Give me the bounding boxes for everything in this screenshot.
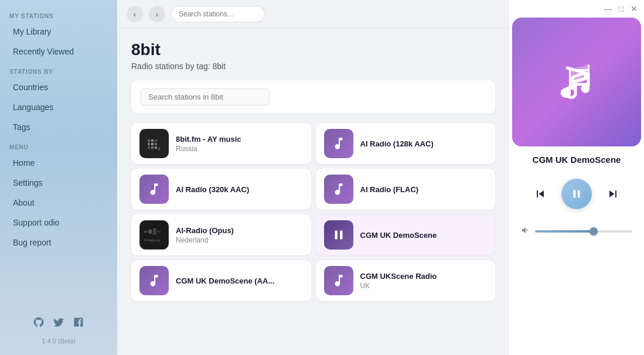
station-card-6[interactable]: CGM UK DemoScene (AA...	[131, 260, 311, 301]
sidebar-item-home[interactable]: Home	[4, 153, 114, 172]
player-station-name: CGM UK DemoScene	[523, 155, 631, 165]
volume-fill	[535, 230, 594, 233]
sidebar-item-my-library[interactable]: My Library	[4, 22, 114, 41]
sidebar: MY STATIONS My Library Recently Viewed S…	[0, 0, 117, 355]
version-label: 1.4.0 (Beta)	[0, 333, 117, 349]
svg-rect-20	[588, 64, 590, 87]
svg-rect-4	[148, 143, 150, 145]
sidebar-item-countries[interactable]: Countries	[4, 78, 114, 97]
player-music-note-icon	[553, 59, 600, 105]
station-card-4[interactable]: AI-Radio.org AI-Radio (Opus) Nederland	[131, 214, 311, 255]
my-stations-section-label: MY STATIONS	[0, 6, 117, 22]
station-info-6: CGM UK DemoScene (AA...	[176, 277, 303, 285]
station-card-3[interactable]: AI Radio (FLAC)	[316, 169, 496, 210]
svg-rect-12	[144, 230, 148, 233]
station-name-6: CGM UK DemoScene (AA...	[176, 277, 303, 285]
station-name-4: AI-Radio (Opus)	[176, 226, 303, 235]
svg-rect-1	[148, 139, 150, 142]
sidebar-item-settings[interactable]: Settings	[4, 173, 114, 192]
svg-rect-2	[151, 139, 154, 142]
minimize-button[interactable]: —	[604, 5, 612, 13]
station-sub-4: Nederland	[176, 236, 303, 244]
sidebar-item-tags[interactable]: Tags	[4, 118, 114, 136]
main-content: ‹ › 8bit Radio stations by tag: 8bit	[117, 0, 509, 355]
station-search-input[interactable]	[141, 88, 270, 105]
page-subtitle: Radio stations by tag: 8bit	[131, 62, 495, 71]
svg-rect-14	[153, 228, 156, 235]
page-title: 8bit	[131, 40, 495, 59]
next-button[interactable]	[606, 187, 620, 201]
svg-rect-3	[155, 139, 157, 142]
sidebar-item-about[interactable]: About	[4, 193, 114, 212]
volume-thumb[interactable]	[590, 227, 598, 235]
station-icon-6	[139, 266, 169, 295]
station-name-0: 8bit.fm - AY music	[176, 135, 303, 144]
station-icon-1	[324, 129, 353, 158]
station-info-4: AI-Radio (Opus) Nederland	[176, 226, 303, 244]
twitter-icon[interactable]	[53, 316, 64, 328]
station-sub-0: Russia	[176, 145, 303, 153]
forward-button[interactable]: ›	[149, 6, 165, 22]
station-info-1: AI Radio (128k AAC)	[360, 139, 488, 148]
sidebar-item-support-odio[interactable]: Support odio	[4, 213, 114, 232]
svg-rect-5	[151, 143, 154, 145]
maximize-button[interactable]: □	[617, 5, 625, 13]
volume-icon	[521, 226, 530, 237]
station-sub-7: UK	[360, 282, 488, 290]
svg-rect-6	[155, 143, 157, 145]
prev-button[interactable]	[533, 187, 547, 201]
station-icon-4: AI-Radio.org	[139, 220, 169, 250]
sidebar-item-recently-viewed[interactable]: Recently Viewed	[4, 42, 114, 61]
svg-rect-17	[335, 230, 337, 239]
player-panel: — □ ✕ CGM UK DemoScene	[509, 0, 644, 355]
station-icon-0: 8	[139, 129, 169, 158]
station-card-5[interactable]: CGM UK DemoScene	[316, 214, 496, 255]
window-controls: — □ ✕	[509, 0, 644, 13]
svg-rect-7	[148, 146, 150, 149]
station-card-0[interactable]: 8 8bit.fm - AY music Russia	[131, 123, 311, 164]
station-card-1[interactable]: AI Radio (128k AAC)	[316, 123, 496, 164]
search-input[interactable]	[171, 6, 265, 22]
station-info-0: 8bit.fm - AY music Russia	[176, 135, 303, 153]
svg-rect-15	[158, 230, 161, 233]
station-name-3: AI Radio (FLAC)	[360, 185, 488, 194]
station-info-3: AI Radio (FLAC)	[360, 185, 488, 194]
facebook-icon[interactable]	[73, 316, 84, 328]
station-card-7[interactable]: CGM UKScene Radio UK	[316, 260, 496, 301]
station-name-1: AI Radio (128k AAC)	[360, 139, 488, 148]
svg-rect-21	[569, 69, 590, 71]
topbar: ‹ ›	[117, 0, 509, 29]
stations-grid: 8 8bit.fm - AY music Russia AI Radio (12…	[131, 123, 495, 301]
station-icon-7	[324, 266, 353, 295]
station-icon-5	[324, 220, 353, 250]
station-info-7: CGM UKScene Radio UK	[360, 272, 488, 290]
volume-track[interactable]	[535, 230, 632, 233]
back-button[interactable]: ‹	[127, 6, 143, 22]
station-name-5: CGM UK DemoScene	[360, 231, 488, 240]
station-name-7: CGM UKScene Radio	[360, 272, 488, 281]
svg-rect-18	[340, 230, 342, 239]
stations-by-section-label: STATIONS BY	[0, 62, 117, 77]
sidebar-item-languages[interactable]: Languages	[4, 98, 114, 117]
station-icon-2	[139, 175, 169, 204]
station-info-5: CGM UK DemoScene	[360, 231, 488, 240]
github-icon[interactable]	[33, 316, 45, 328]
station-icon-3	[324, 175, 353, 204]
close-button[interactable]: ✕	[630, 5, 638, 13]
station-name-2: AI Radio (320k AAC)	[176, 185, 303, 194]
player-controls	[533, 179, 620, 209]
content-area: 8bit Radio stations by tag: 8bit	[117, 29, 509, 355]
sidebar-item-bug-report[interactable]: Bug report	[4, 233, 114, 252]
svg-rect-19	[569, 69, 571, 91]
station-card-2[interactable]: AI Radio (320k AAC)	[131, 169, 311, 210]
svg-rect-13	[149, 230, 152, 234]
svg-rect-8	[151, 146, 154, 149]
svg-text:AI-Radio.org: AI-Radio.org	[144, 239, 160, 242]
station-search-bar	[131, 80, 495, 114]
station-info-2: AI Radio (320k AAC)	[176, 185, 303, 194]
svg-rect-9	[155, 146, 157, 149]
social-links	[0, 312, 117, 333]
pause-button[interactable]	[561, 179, 592, 209]
volume-control	[509, 226, 644, 237]
menu-section-label: MENU	[0, 137, 117, 153]
